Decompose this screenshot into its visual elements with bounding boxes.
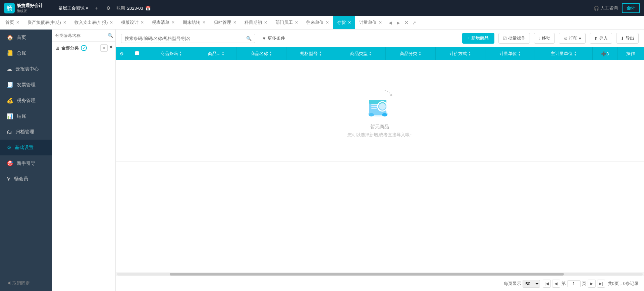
sidebar-item-member[interactable]: V 畅会员 <box>0 171 52 187</box>
tab-inventory-close[interactable]: ✕ <box>348 20 351 25</box>
col-price-method[interactable]: 计价方式▲▼ <box>435 47 485 60</box>
sidebar-item-invoice[interactable]: 🧾 发票管理 <box>0 77 52 93</box>
last-page-button[interactable]: ▶| <box>597 280 605 288</box>
chevron-down-icon: ▾ <box>86 6 88 11</box>
first-page-button[interactable]: |◀ <box>543 280 551 288</box>
tab-unit-close[interactable]: ✕ <box>379 20 382 25</box>
category-search-input[interactable] <box>55 33 106 38</box>
page-prefix-label: 第 <box>561 281 566 287</box>
sidebar-item-archive[interactable]: 🗂 归档管理 <box>0 124 52 140</box>
tab-prev-button[interactable]: ◀ <box>386 16 394 30</box>
search-submit-icon[interactable]: 🔍 <box>246 36 252 41</box>
settings-icon[interactable]: ⚙ <box>104 4 112 12</box>
filter-label: 更多条件 <box>268 35 285 41</box>
tab-inventory[interactable]: 存货 ✕ <box>333 16 355 30</box>
tab-period-close-label: 期末结转 <box>183 19 200 26</box>
scroll-thumb[interactable] <box>170 273 564 276</box>
add-product-button[interactable]: + 新增商品 <box>462 33 494 44</box>
scroll-track <box>117 273 643 276</box>
tab-archive[interactable]: 归档管理 ✕ <box>210 16 240 30</box>
tab-unit-label: 计量单位 <box>359 19 377 26</box>
tab-expand-button[interactable]: ⤢ <box>410 16 418 30</box>
support-button[interactable]: 🎧 人工咨询 <box>594 5 618 11</box>
sidebar-item-settings[interactable]: ⚙ 基础设置 <box>0 140 52 155</box>
tab-subject[interactable]: 科目期初 ✕ <box>240 16 271 30</box>
tab-income-close[interactable]: ✕ <box>110 20 113 25</box>
calendar-icon[interactable]: 📅 <box>145 6 151 11</box>
export-button[interactable]: ⬇ 导出 <box>616 33 639 44</box>
sidebar-item-ledger[interactable]: 📒 总账 <box>0 45 52 61</box>
tab-tax-close[interactable]: ✕ <box>171 20 175 25</box>
product-table-container: ⚙ 商品条码▲▼ 商品...▲▼ 商品名称▲▼ <box>116 47 644 272</box>
tab-contact[interactable]: 往来单位 ✕ <box>302 16 333 30</box>
sidebar-item-tax[interactable]: 💰 税务管理 <box>0 93 52 108</box>
tab-home[interactable]: 首页 ✕ <box>1 16 23 30</box>
empty-state: 暂无商品 您可以选择新增,或者直接导入哦~ <box>118 63 641 158</box>
tab-template-label: 模版设计 <box>121 19 139 26</box>
sidebar-item-settings-label: 基础设置 <box>15 145 34 151</box>
sidebar-item-close-label: 结账 <box>17 113 26 119</box>
category-edit-button[interactable]: ✏ <box>100 44 108 52</box>
col-checkbox[interactable] <box>128 47 146 60</box>
tab-income[interactable]: 收入支出表(年报) ✕ <box>70 16 117 30</box>
tab-department-close[interactable]: ✕ <box>295 20 298 25</box>
print-dropdown-icon: ▾ <box>579 36 581 41</box>
col-code[interactable]: 商品...▲▼ <box>196 47 236 60</box>
more-filter-button[interactable]: ▼ 更多条件 <box>259 34 288 43</box>
move-button[interactable]: ↕ 移动 <box>534 33 555 44</box>
col-spec[interactable]: 规格型号▲▼ <box>286 47 336 60</box>
sidebar-item-newuser[interactable]: 🎯 新手引导 <box>0 155 52 171</box>
sidebar-unpin-button[interactable]: ◀ 取消固定 <box>0 276 52 291</box>
account-button[interactable]: 会计 <box>622 3 640 13</box>
sidebar-item-home[interactable]: 🏠 首页 <box>0 30 52 45</box>
product-search-input[interactable] <box>125 36 244 41</box>
horizontal-scrollbar[interactable] <box>116 272 644 276</box>
tab-archive-close[interactable]: ✕ <box>233 20 236 25</box>
per-page-label: 每页显示 <box>504 281 521 287</box>
category-search-icon[interactable]: 🔍 <box>108 33 113 38</box>
page-number-input[interactable] <box>567 280 581 287</box>
prev-page-button[interactable]: ◀ <box>552 280 560 288</box>
batch-operation-button[interactable]: ☑ 批量操作 <box>498 33 530 44</box>
tab-period-close-close[interactable]: ✕ <box>202 20 206 25</box>
tab-template-close[interactable]: ✕ <box>141 20 144 25</box>
col-unit[interactable]: 计量单位▲▼ <box>485 47 535 60</box>
import-button[interactable]: ⬆ 导入 <box>590 33 612 44</box>
period-value: 2023-03 <box>127 6 143 11</box>
tab-department[interactable]: 部门员工 ✕ <box>271 16 302 30</box>
tab-contact-close[interactable]: ✕ <box>326 20 329 25</box>
tab-close-all-button[interactable]: ✕ <box>402 16 410 30</box>
sidebar-item-close[interactable]: 📊 结账 <box>0 108 52 124</box>
tab-subject-close[interactable]: ✕ <box>264 20 267 25</box>
left-category-panel: 🔍 ⊞ 全部分类 ✓ ✏ ◀ <box>52 30 116 291</box>
all-category-label: 全部分类 <box>61 45 79 51</box>
tab-home-close[interactable]: ✕ <box>16 20 19 25</box>
col-extra[interactable]: ➕3 <box>593 47 618 60</box>
company-selector[interactable]: 基层工会测试 ▾ <box>58 5 88 11</box>
col-settings[interactable]: ⚙ <box>116 47 128 60</box>
col-name[interactable]: 商品名称▲▼ <box>236 47 286 60</box>
tab-tax[interactable]: 税表清单 ✕ <box>148 16 179 30</box>
category-collapse-button[interactable]: ◀ <box>109 44 112 52</box>
col-barcode[interactable]: 商品条码▲▼ <box>146 47 196 60</box>
tab-department-label: 部门员工 <box>275 19 293 26</box>
print-button[interactable]: 🖨 打印 ▾ <box>559 33 586 44</box>
svg-point-4 <box>382 113 387 116</box>
col-type[interactable]: 商品类型▲▼ <box>336 47 385 60</box>
grid-icon: ⊞ <box>55 45 59 51</box>
per-page-select[interactable]: 50 100 200 <box>523 280 540 288</box>
col-main-unit[interactable]: 主计量单位▲▼ <box>535 47 593 60</box>
select-all-checkbox[interactable] <box>135 51 139 55</box>
tab-balance-sheet-close[interactable]: ✕ <box>63 20 66 25</box>
tab-unit[interactable]: 计量单位 ✕ <box>355 16 386 30</box>
tab-period-close[interactable]: 期末结转 ✕ <box>179 16 210 30</box>
sidebar-item-reports-label: 云报表中心 <box>15 66 39 72</box>
next-page-button[interactable]: ▶ <box>588 280 596 288</box>
tab-balance-sheet[interactable]: 资产负债表(中期) ✕ <box>23 16 70 30</box>
tab-next-button[interactable]: ▶ <box>394 16 402 30</box>
col-category[interactable]: 商品分类▲▼ <box>386 47 435 60</box>
tab-template[interactable]: 模版设计 ✕ <box>117 16 148 30</box>
sidebar-item-reports[interactable]: ☁ 云报表中心 <box>0 61 52 77</box>
import-icon: ⬆ <box>594 36 598 41</box>
add-tab-button[interactable]: ＋ <box>92 4 100 12</box>
